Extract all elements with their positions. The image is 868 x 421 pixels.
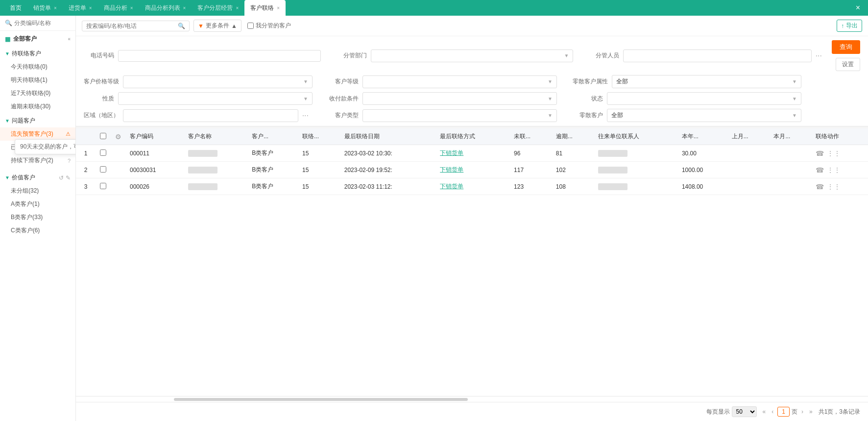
filter-select-dept[interactable]: ▼ <box>371 50 574 62</box>
tab-sales[interactable]: 销货单 × <box>27 0 63 16</box>
sidebar-all-customers[interactable]: ▦ 全部客户 « <box>0 31 75 47</box>
col-header-last-month: 上月... <box>728 128 770 145</box>
refresh-icon[interactable]: ↺ <box>59 174 64 181</box>
tab-analysis-close[interactable]: × <box>130 5 133 11</box>
filter-select-customer-tier[interactable]: ▼ <box>362 75 557 88</box>
data-table: ⚙ 客户编码 客户名称 客户... 联络... <box>76 128 868 195</box>
sidebar-item-class-c[interactable]: C类客户(6) <box>0 224 75 237</box>
cell-last-contact-method[interactable]: 下销货单 <box>436 162 510 178</box>
cell-this-month <box>770 162 812 178</box>
cell-last-contact-date: 2023-03-02 10:30: <box>340 145 436 162</box>
sidebar-item-week[interactable]: 近7天待联络(0) <box>0 87 75 100</box>
sidebar-all-customers-label: 全部客户 <box>13 35 37 43</box>
query-button[interactable]: 查询 <box>832 40 860 54</box>
col-header-settings[interactable]: ⚙ <box>110 128 126 145</box>
sidebar-item-tomorrow[interactable]: 明天待联络(1) <box>0 74 75 87</box>
sidebar-collapse-button[interactable]: « <box>68 36 71 42</box>
filter-label-dept: 分管部门 <box>337 51 371 60</box>
filter-cell-region: 区域（地区） ··· <box>84 109 313 122</box>
cell-name <box>184 145 248 162</box>
col-action-label: 联络动作 <box>816 133 839 140</box>
tab-customer-contact-close[interactable]: × <box>277 5 280 11</box>
tab-customer-contact[interactable]: 客户联络 × <box>244 0 286 16</box>
col-last-contact-date-label: 最后联络日期 <box>344 133 380 140</box>
tab-customer-tier-close[interactable]: × <box>236 5 239 11</box>
cell-name <box>184 178 248 195</box>
col-header-uncontacted: 未联... <box>510 128 552 145</box>
tab-analysis-list[interactable]: 商品分析列表 × <box>139 0 192 16</box>
page-navigation: « ‹ 1 页 › » <box>761 407 815 417</box>
filter-select-nature[interactable]: ▼ <box>118 92 313 105</box>
col-last-month-label: 上月... <box>732 133 748 140</box>
action-contact-icon[interactable]: ☎ <box>816 183 824 191</box>
sidebar-item-retain[interactable]: 持续下滑客户(2) ? <box>0 154 75 167</box>
tab-home[interactable]: 首页 <box>4 0 27 16</box>
settings-button[interactable]: 设置 <box>836 58 860 71</box>
edit-icon[interactable]: ✎ <box>66 174 71 181</box>
tab-sales-close[interactable]: × <box>54 5 57 11</box>
filter-person-more[interactable]: ··· <box>812 51 826 60</box>
sidebar-item-overdue[interactable]: 逾期未联络(30) <box>0 100 75 113</box>
table-settings-gear-icon[interactable]: ⚙ <box>115 133 121 141</box>
more-conditions-caret: ▲ <box>231 23 237 29</box>
per-page-select[interactable]: 50 100 200 <box>732 406 757 417</box>
filter-input-phone[interactable] <box>118 50 321 62</box>
sidebar-item-overdue-label: 逾期未联络(30) <box>11 103 50 110</box>
more-conditions-button[interactable]: ▼ 更多条件 ▲ <box>193 20 241 32</box>
tab-customer-tier[interactable]: 客户分层经营 × <box>192 0 244 16</box>
action-contact-icon[interactable]: ☎ <box>816 149 824 157</box>
cell-last-contact-method[interactable]: 下销货单 <box>436 145 510 162</box>
sidebar-search-input[interactable] <box>14 20 76 26</box>
tab-purchase-close[interactable]: × <box>89 5 92 11</box>
sidebar-item-today[interactable]: 今天待联络(0) <box>0 60 75 74</box>
filter-select-scatter-attr[interactable]: 全部 ▼ <box>612 75 801 88</box>
filter-select-region[interactable] <box>123 109 298 122</box>
filter-region-more[interactable]: ··· <box>298 111 313 120</box>
action-more-icon[interactable]: ⋮⋮ <box>827 166 841 174</box>
tab-purchase[interactable]: 进货单 × <box>63 0 98 16</box>
first-page-button[interactable]: « <box>761 407 768 416</box>
filter-select-price-tier[interactable]: ▼ <box>123 75 313 88</box>
sidebar-item-unsorted-label: 未分组(32) <box>11 187 39 194</box>
sidebar-group-problem-header[interactable]: ▼ 问题客户 <box>0 114 75 127</box>
problem-arrow-icon: ▼ <box>5 118 10 124</box>
select-all-checkbox[interactable] <box>100 133 106 139</box>
value-group-label: 价值客户 <box>12 173 35 182</box>
cell-overdue: 108 <box>552 178 594 195</box>
filter-select-status[interactable]: ▼ <box>607 92 801 105</box>
sidebar-item-lost-predicted[interactable]: 流失预警客户(3) ⚠ <box>0 127 75 141</box>
filter-select-customer-type[interactable]: ▼ <box>362 109 557 122</box>
cell-last-contact-method[interactable]: 下销货单 <box>436 178 510 195</box>
action-more-icon[interactable]: ⋮⋮ <box>827 149 841 157</box>
cell-check[interactable] <box>96 145 110 162</box>
export-button[interactable]: ↑ 导出 <box>837 20 862 32</box>
filter-select-person[interactable] <box>623 50 811 62</box>
sidebar-group-value-header[interactable]: ▼ 价值客户 ↺ ✎ <box>0 171 75 184</box>
filter-cell-person: 分管人员 ··· <box>589 50 826 62</box>
next-page-button[interactable]: › <box>799 407 805 416</box>
cell-this-month <box>770 178 812 195</box>
cell-action: ☎ ⋮⋮ <box>812 162 868 178</box>
filter-select-scatter[interactable]: 全部 ▼ <box>607 109 801 122</box>
horizontal-scrollbar[interactable] <box>76 396 868 402</box>
filter-cell-payment: 收付款条件 ▼ <box>328 92 557 105</box>
window-close-button[interactable]: × <box>852 3 864 12</box>
sidebar-item-lost-predicted-label: 流失预警客户(3) <box>11 130 53 138</box>
tab-analysis[interactable]: 商品分析 × <box>98 0 139 16</box>
filter-select-payment[interactable]: ▼ <box>362 92 557 105</box>
sidebar-item-class-a[interactable]: A类客户(1) <box>0 198 75 211</box>
prev-page-button[interactable]: ‹ <box>770 407 775 416</box>
action-more-icon[interactable]: ⋮⋮ <box>827 183 841 191</box>
my-customers-checkbox[interactable] <box>247 23 254 29</box>
sidebar-item-class-b-label: B类客户(33) <box>11 214 43 221</box>
action-contact-icon[interactable]: ☎ <box>816 166 824 174</box>
sidebar-item-class-b[interactable]: B类客户(33) <box>0 211 75 224</box>
last-page-button[interactable]: » <box>807 407 815 416</box>
sidebar-item-unsorted[interactable]: 未分组(32) <box>0 184 75 198</box>
sidebar-group-pending-header[interactable]: ▼ 待联络客户 <box>0 47 75 60</box>
search-input[interactable] <box>86 23 176 29</box>
search-button[interactable]: 🔍 <box>178 23 185 29</box>
cell-check[interactable] <box>96 162 110 178</box>
cell-check[interactable] <box>96 178 110 195</box>
tab-analysis-list-close[interactable]: × <box>183 5 186 11</box>
